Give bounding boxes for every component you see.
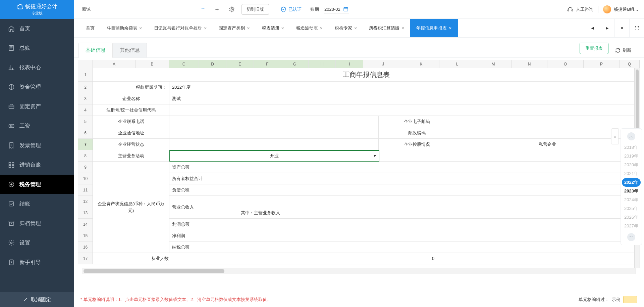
year-option[interactable]: 2026年 [622, 213, 641, 222]
year-option[interactable]: 2023年 [622, 187, 641, 195]
close-icon[interactable]: × [204, 26, 207, 31]
tab[interactable]: 首页 [80, 19, 101, 37]
col-M[interactable]: M [475, 60, 511, 68]
period-picker[interactable]: 2023-02 [324, 5, 349, 13]
col-D[interactable]: D [199, 60, 226, 68]
year-option[interactable]: 2022年 [622, 178, 641, 187]
row-12[interactable]: 12 [78, 196, 93, 207]
year-option[interactable]: 2024年 [622, 195, 641, 204]
tab-scroll-right[interactable]: ► [600, 19, 614, 38]
col-K[interactable]: K [403, 60, 439, 68]
col-J[interactable]: J [363, 60, 403, 68]
row-10[interactable]: 10 [78, 173, 93, 184]
sidebar-item-tax[interactable]: 税务管理 [0, 175, 74, 194]
user-menu[interactable]: 畅捷通B组... [603, 5, 638, 13]
close-icon[interactable]: × [449, 26, 451, 31]
r2-value[interactable]: 2022年度 [169, 82, 640, 93]
close-icon[interactable]: × [281, 26, 284, 31]
add-button[interactable] [212, 4, 222, 14]
r9-value[interactable] [227, 162, 640, 173]
subtab-basic[interactable]: 基础信息 [78, 43, 113, 58]
tab-scroll-left[interactable]: ◄ [585, 19, 600, 38]
row-6[interactable]: 6 [78, 127, 93, 139]
col-G[interactable]: G [281, 60, 309, 68]
r14-value[interactable] [227, 219, 640, 230]
row-15[interactable]: 15 [78, 230, 93, 242]
row-2[interactable]: 2 [78, 82, 93, 93]
col-A[interactable]: A [93, 60, 136, 68]
tab[interactable]: 年报信息申报表× [410, 19, 458, 37]
year-down[interactable]: ﹀ [627, 233, 635, 241]
col-N[interactable]: N [512, 60, 547, 68]
sidebar-item-fixed-assets[interactable]: 固定资产 [0, 97, 74, 116]
row-14[interactable]: 14 [78, 219, 93, 230]
sidebar-item-settings[interactable]: 设置 [0, 233, 74, 253]
r5-value[interactable] [169, 116, 379, 127]
r7-value[interactable] [169, 139, 379, 150]
sidebar-item-closing[interactable]: 结账 [0, 194, 74, 214]
row-5[interactable]: 5 [78, 116, 93, 127]
year-rail-collapse[interactable]: « [611, 128, 619, 144]
close-icon[interactable]: × [139, 26, 142, 31]
row-3[interactable]: 3 [78, 93, 93, 104]
r3-value[interactable]: 测试 [169, 93, 640, 104]
support-link[interactable]: 人工咨询 [567, 6, 593, 12]
tab[interactable]: 税检专家× [329, 19, 363, 37]
settings-icon-button[interactable] [227, 4, 237, 14]
r11-value[interactable] [227, 184, 640, 196]
close-icon[interactable]: × [247, 26, 250, 31]
year-option[interactable]: 2020年 [622, 161, 641, 169]
sidebar-item-archive[interactable]: 归档管理 [0, 214, 74, 233]
year-option[interactable]: 2018年 [622, 143, 641, 152]
spreadsheet[interactable]: A B C D E F G H I J K L M N O P Q [78, 60, 640, 268]
sidebar-item-ledger[interactable]: 总账 [0, 38, 74, 58]
row-1[interactable]: 1 [78, 68, 93, 82]
year-option[interactable]: 2027年 [622, 222, 641, 230]
subtab-other[interactable]: 其他信息 [113, 43, 147, 57]
year-option[interactable]: 2019年 [622, 152, 641, 161]
tab[interactable]: 税负波动表× [290, 19, 329, 37]
r4-value[interactable] [169, 104, 640, 116]
r17-value[interactable]: 0 [227, 253, 640, 264]
sidebar-item-home[interactable]: 首页 [0, 19, 74, 38]
sidebar-item-payroll[interactable]: 工资 [0, 116, 74, 136]
r15-value[interactable] [227, 230, 640, 242]
row-16[interactable]: 16 [78, 242, 93, 253]
close-icon[interactable]: × [401, 26, 404, 31]
tab[interactable]: 所得税汇算清缴× [363, 19, 410, 37]
r10-value[interactable] [227, 173, 640, 184]
col-F[interactable]: F [254, 60, 281, 68]
col-E[interactable]: E [226, 60, 254, 68]
row-13[interactable]: 13 [78, 207, 93, 219]
sidebar-item-funds[interactable]: 资金管理 [0, 77, 74, 97]
col-O[interactable]: O [547, 60, 583, 68]
year-up[interactable]: ︿ [627, 132, 635, 140]
horizontal-scrollbar[interactable] [82, 268, 636, 274]
row-11[interactable]: 11 [78, 184, 93, 196]
close-icon[interactable]: × [354, 26, 357, 31]
unpin-button[interactable]: 取消固定 [0, 292, 74, 307]
col-H[interactable]: H [309, 60, 336, 68]
r12-value[interactable] [227, 196, 640, 207]
r16-value[interactable] [227, 242, 640, 253]
tab-close-all[interactable]: ✕ [614, 19, 629, 38]
org-selector[interactable]: 测试 ﹀ [80, 4, 207, 15]
close-icon[interactable]: × [320, 26, 323, 31]
col-Q[interactable]: Q [620, 60, 640, 68]
row-17[interactable]: 17 [78, 253, 93, 264]
row-9[interactable]: 9 [78, 162, 93, 173]
r6-value[interactable] [169, 127, 379, 139]
refresh-button[interactable]: 刷新 [615, 47, 631, 53]
col-C[interactable]: C [169, 60, 199, 68]
switch-old-button[interactable]: 切到旧版 [241, 4, 269, 15]
tab[interactable]: 固定资产类别× [213, 19, 256, 37]
col-B[interactable]: B [136, 60, 169, 68]
tab[interactable]: 税表清册× [256, 19, 290, 37]
active-cell-dropdown[interactable]: 开业 ▼ [169, 150, 379, 162]
col-L[interactable]: L [439, 60, 475, 68]
fullscreen-button[interactable] [629, 19, 644, 38]
sidebar-item-invoice[interactable]: 发票管理 [0, 136, 74, 155]
col-P[interactable]: P [584, 60, 620, 68]
tab[interactable]: 日记账与银行对账单核对× [148, 19, 213, 37]
sidebar-item-reports[interactable]: 报表中心 [0, 58, 74, 77]
